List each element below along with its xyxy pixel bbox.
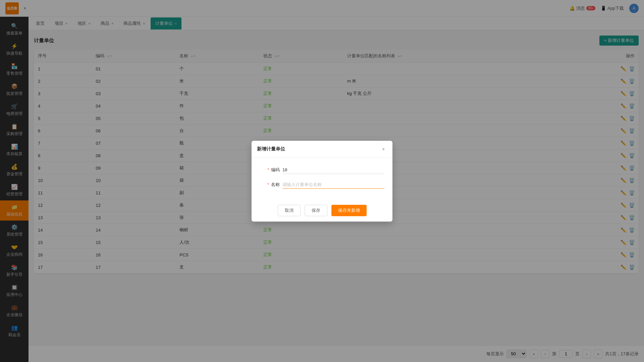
dialog-overlay: 新增计量单位 × * 编码 * 名称 取消 保存 保存并新增 (0, 0, 644, 362)
dialog-header: 新增计量单位 × (252, 141, 392, 158)
code-form-row: * 编码 (260, 166, 384, 174)
save-button[interactable]: 保存 (305, 205, 327, 216)
dialog-footer: 取消 保存 保存并新增 (252, 201, 392, 222)
dialog-title: 新增计量单位 (257, 146, 285, 152)
code-label: * 编码 (260, 167, 280, 173)
code-required-star: * (267, 167, 269, 172)
name-required-star: * (267, 182, 269, 187)
name-input[interactable] (282, 181, 384, 189)
name-form-row: * 名称 (260, 181, 384, 189)
cancel-button[interactable]: 取消 (278, 205, 301, 216)
dialog-body: * 编码 * 名称 (252, 158, 392, 201)
dialog-close-button[interactable]: × (380, 145, 387, 153)
save-and-new-button[interactable]: 保存并新增 (331, 205, 367, 216)
name-label: * 名称 (260, 182, 280, 188)
code-input[interactable] (282, 166, 384, 174)
add-unit-dialog: 新增计量单位 × * 编码 * 名称 取消 保存 保存并新增 (252, 141, 392, 222)
